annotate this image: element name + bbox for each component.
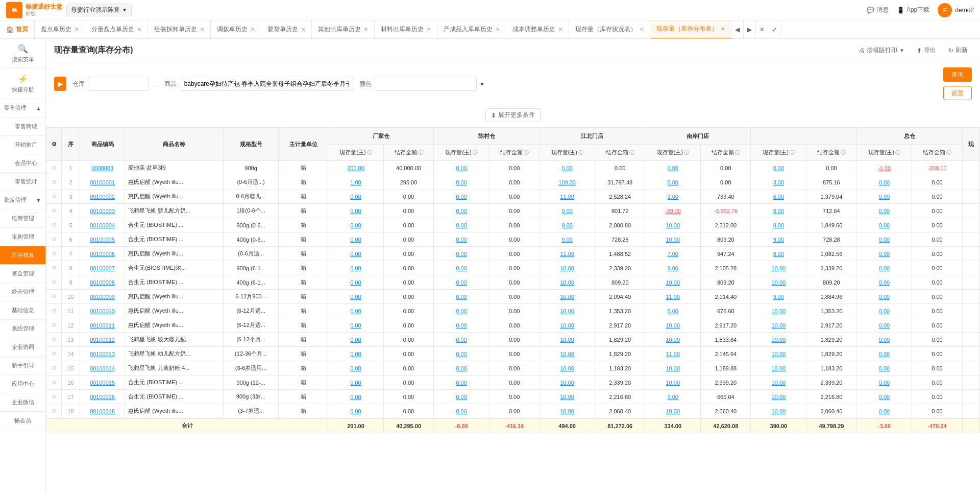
th-nanan-stock: 现存量(主)ⓘ: [645, 145, 701, 161]
cell-gear[interactable]: ⚙: [46, 318, 62, 333]
export-btn[interactable]: ⬆ 导出: [913, 44, 940, 57]
tab-close-requesthistory[interactable]: ✕: [301, 27, 305, 32]
sidebar-item-onboarding[interactable]: 新手引导: [0, 357, 45, 375]
tab-assembledisassemble[interactable]: 组装拆卸单历史 ✕: [148, 20, 211, 39]
tab-close-transferhistory[interactable]: ✕: [251, 27, 255, 32]
refresh-btn[interactable]: ↻ 刷新: [944, 44, 972, 57]
sidebar-item-purchase[interactable]: 采购管理: [0, 228, 45, 246]
tab-currentstockdist[interactable]: 现存量（库存分布表） ✕: [650, 20, 731, 39]
chevron-down-icon-wholesale: ▼: [36, 197, 41, 203]
tab-expand-btn[interactable]: ⤢: [768, 20, 780, 39]
sidebar-item-retail-mall[interactable]: 零售商城: [0, 118, 45, 136]
sidebar-item-wholesale[interactable]: 批发管理 ▼: [0, 191, 45, 209]
tab-productionin[interactable]: 产成品入库单历史 ✕: [437, 20, 506, 39]
cell-chen-stock: 0.00: [434, 347, 489, 361]
sidebar-item-enterprise[interactable]: 企业协同: [0, 338, 45, 357]
cell-nanan-amount: 676.60: [701, 304, 751, 318]
tab-stockcheck[interactable]: 盘点单历史 ✕: [35, 20, 85, 39]
warehouse-input[interactable]: [88, 77, 149, 91]
query-btn[interactable]: 查询: [943, 67, 972, 82]
cell-name: 惠氏启醒 (Wyeth illu...: [125, 304, 224, 318]
sidebar-item-inventory[interactable]: 库存核算: [0, 246, 45, 265]
tab-close-productionin[interactable]: ✕: [496, 27, 500, 32]
cell-gear[interactable]: ⚙: [46, 404, 62, 419]
sidebar-item-members[interactable]: 畅会员: [0, 412, 45, 430]
sidebar-item-quicknav[interactable]: ⚡ 快捷导航: [0, 69, 45, 99]
cell-yuebei-stock: 8.00: [751, 218, 806, 232]
sidebar-item-retail-stats[interactable]: 零售统计: [0, 173, 45, 191]
app-download-btn[interactable]: 📱 App下载: [897, 6, 929, 14]
tab-close-otherout[interactable]: ✕: [364, 27, 368, 32]
cell-gear[interactable]: ⚙: [46, 175, 62, 190]
tab-transferhistory[interactable]: 调拨单历史 ✕: [211, 20, 261, 39]
cell-gear[interactable]: ⚙: [46, 204, 62, 218]
tab-otherout[interactable]: 其他出库单历史 ✕: [312, 20, 375, 39]
tab-close-currentstockdist[interactable]: ✕: [721, 26, 725, 32]
cell-gear[interactable]: ⚙: [46, 161, 62, 175]
tab-close-all-btn[interactable]: ✕: [756, 20, 768, 39]
user-area[interactable]: E demo2: [938, 3, 974, 17]
industry-selector[interactable]: 母婴行业演示陈套 ▼: [66, 4, 132, 16]
cell-name: 合生元 (BIOSTIME) ...: [125, 218, 224, 232]
th-settings[interactable]: ⚙: [46, 128, 62, 161]
goods-input[interactable]: [180, 77, 353, 91]
sidebar-item-search[interactable]: 🔍 搜索英单: [0, 39, 45, 69]
cell-gear[interactable]: ⚙: [46, 247, 62, 261]
tab-close-costadjust[interactable]: ✕: [558, 27, 562, 32]
cell-factory-stock: 0.00: [328, 290, 384, 304]
cell-gear[interactable]: ⚙: [46, 275, 62, 290]
cell-unit: 箱: [279, 333, 328, 347]
cell-gear[interactable]: ⚙: [46, 361, 62, 375]
color-input[interactable]: [375, 77, 477, 91]
th-yuebei-amount: 结存金额ⓘ: [806, 145, 856, 161]
expand-more-btn[interactable]: ⬇ 展开更多条件: [485, 108, 541, 122]
cell-gear[interactable]: ⚙: [46, 218, 62, 232]
tab-prev-btn[interactable]: ◀: [731, 20, 744, 39]
cell-gear[interactable]: ⚙: [46, 190, 62, 204]
settings-btn[interactable]: 设置: [943, 86, 972, 100]
cell-gear[interactable]: ⚙: [46, 375, 62, 390]
cell-current: [962, 390, 979, 404]
sidebar-item-basic[interactable]: 基础信息: [0, 301, 45, 320]
sidebar-item-appcenter[interactable]: 应用中心: [0, 375, 45, 393]
tab-costadjust[interactable]: 成本调整单历史 ✕: [506, 20, 569, 39]
cell-gear[interactable]: ⚙: [46, 304, 62, 318]
tab-close-assembledisassemble[interactable]: ✕: [200, 27, 204, 32]
tab-currentstockstatus[interactable]: 现存量（库存状况表） ✕: [569, 20, 650, 39]
sidebar-item-finance[interactable]: 资金管理: [0, 265, 45, 283]
sidebar-item-wechat[interactable]: 企业微信: [0, 393, 45, 412]
tab-materialout[interactable]: 材料出库单历史 ✕: [375, 20, 437, 39]
logo-icon: 畅: [6, 2, 22, 18]
cell-chen-amount: 0.00: [489, 375, 539, 390]
cell-gear[interactable]: ⚙: [46, 261, 62, 275]
sidebar-item-ecommerce[interactable]: 电商管理: [0, 209, 45, 228]
cell-unit: 箱: [279, 304, 328, 318]
cell-gear[interactable]: ⚙: [46, 290, 62, 304]
tab-next-btn[interactable]: ▶: [744, 20, 756, 39]
tab-close-currentstockstatus[interactable]: ✕: [640, 27, 644, 32]
cell-gear[interactable]: ⚙: [46, 347, 62, 361]
sidebar-item-operations[interactable]: 经营管理: [0, 283, 45, 301]
cell-no: 4: [62, 204, 80, 218]
filter-toggle-btn[interactable]: ▶: [54, 77, 66, 91]
cell-gear[interactable]: ⚙: [46, 232, 62, 247]
cell-yuebei-stock: 0.00: [751, 161, 806, 175]
cell-jiangbei-stock: 10.00: [540, 404, 595, 419]
sidebar-item-system[interactable]: 系统管理: [0, 320, 45, 338]
cell-gear[interactable]: ⚙: [46, 333, 62, 347]
tab-splitstock[interactable]: 分量盘点单历史 ✕: [85, 20, 148, 39]
table-container[interactable]: ⚙ 序 商品编码 商品名称 规格型号 主计量单位 厂家仓 陈村仓 江北门店 南岸…: [46, 128, 980, 493]
print-btn[interactable]: 🖨 按模版打印 ▼: [854, 44, 909, 57]
cell-gear[interactable]: ⚙: [46, 390, 62, 404]
tab-home[interactable]: 🏠 首页: [0, 20, 35, 39]
tab-close-splitstock[interactable]: ✕: [137, 27, 141, 32]
cell-factory-stock: 200.00: [328, 161, 384, 175]
messages-btn[interactable]: 💬 消息: [867, 6, 889, 14]
cell-name: 合生元 (BIOSTIME) ...: [125, 232, 224, 247]
tab-close-stockcheck[interactable]: ✕: [75, 27, 79, 32]
sidebar-item-marketing[interactable]: 营销推广: [0, 136, 45, 154]
sidebar-item-membership[interactable]: 会员中心: [0, 154, 45, 173]
tab-requesthistory[interactable]: 要货单历史 ✕: [261, 20, 312, 39]
sidebar-item-retail[interactable]: 零售管理 ▲: [0, 99, 45, 118]
tab-close-materialout[interactable]: ✕: [427, 27, 431, 32]
